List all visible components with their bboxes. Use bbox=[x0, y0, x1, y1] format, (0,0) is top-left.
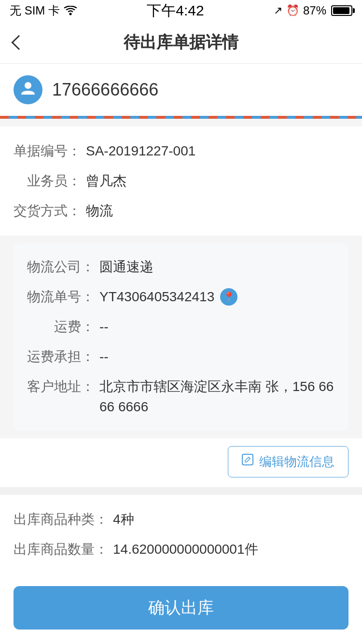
customer-avatar bbox=[14, 75, 42, 104]
svg-rect-2 bbox=[242, 454, 253, 465]
order-number-label: 单据编号： bbox=[14, 141, 81, 161]
order-number-value: SA-20191227-001 bbox=[86, 141, 348, 161]
tracking-number-text: YT4306405342413 bbox=[99, 287, 214, 307]
battery-percent: 87% bbox=[303, 4, 326, 17]
customer-phone: 17666666666 bbox=[52, 80, 158, 100]
battery-icon bbox=[331, 5, 352, 16]
edit-btn-label: 编辑物流信息 bbox=[259, 453, 334, 470]
freight-label: 运费： bbox=[27, 317, 95, 337]
tracking-label: 物流单号： bbox=[27, 287, 95, 307]
status-bar-left: 无 SIM 卡 bbox=[10, 3, 77, 18]
status-bar-time: 下午4:42 bbox=[147, 1, 204, 21]
svg-point-1 bbox=[25, 82, 31, 89]
logistics-company-value: 圆通速递 bbox=[99, 257, 335, 277]
goods-quantity-label: 出库商品数量： bbox=[14, 539, 108, 560]
freight-bearer-row: 运费承担： -- bbox=[27, 347, 335, 367]
delivery-method-value: 物流 bbox=[86, 201, 348, 221]
goods-type-value: 4种 bbox=[113, 509, 348, 530]
goods-type-label: 出库商品种类： bbox=[14, 509, 108, 530]
confirm-outbound-button[interactable]: 确认出库 bbox=[14, 586, 348, 630]
carrier-text: 无 SIM 卡 bbox=[10, 3, 60, 18]
sales-rep-value: 曾凡杰 bbox=[86, 171, 348, 191]
back-arrow-icon bbox=[11, 35, 26, 50]
tracking-location-button[interactable]: 📍 bbox=[220, 288, 237, 306]
map-pin-icon: 📍 bbox=[223, 290, 235, 304]
freight-value: -- bbox=[99, 317, 335, 337]
goods-section: 出库商品种类： 4种 出库商品数量： 14.620000000000001件 bbox=[0, 495, 362, 574]
edit-icon bbox=[242, 454, 254, 470]
customer-header: 17666666666 bbox=[0, 64, 362, 116]
main-content: 17666666666 单据编号： SA-20191227-001 业务员： 曾… bbox=[0, 64, 362, 644]
goods-quantity-value: 14.620000000000001件 bbox=[113, 539, 348, 560]
dashed-divider bbox=[0, 116, 362, 119]
alarm-icon: ⏰ bbox=[286, 4, 299, 17]
sales-rep-row: 业务员： 曾凡杰 bbox=[14, 171, 348, 191]
freight-bearer-value: -- bbox=[99, 347, 335, 367]
svg-point-0 bbox=[70, 13, 72, 15]
delivery-method-row: 交货方式： 物流 bbox=[14, 201, 348, 221]
sales-rep-label: 业务员： bbox=[14, 171, 81, 191]
freight-row: 运费： -- bbox=[27, 317, 335, 337]
goods-type-row: 出库商品种类： 4种 bbox=[14, 509, 348, 530]
logistics-company-row: 物流公司： 圆通速递 bbox=[27, 257, 335, 277]
status-bar: 无 SIM 卡 下午4:42 ↗ ⏰ 87% bbox=[0, 0, 362, 21]
confirm-btn-container: 确认出库 bbox=[0, 576, 362, 644]
status-bar-right: ↗ ⏰ 87% bbox=[274, 4, 352, 17]
address-row: 客户地址： 北京市市辖区海淀区永丰南 张，156 6666 6666 bbox=[27, 377, 335, 417]
page-title: 待出库单据详情 bbox=[124, 31, 238, 54]
logistics-section: 物流公司： 圆通速递 物流单号： YT4306405342413 📍 运费： -… bbox=[14, 243, 348, 431]
nav-bar: 待出库单据详情 bbox=[0, 21, 362, 64]
person-icon bbox=[19, 79, 37, 100]
edit-btn-container: 编辑物流信息 bbox=[0, 438, 362, 487]
location-icon: ↗ bbox=[274, 4, 282, 17]
order-info-section: 单据编号： SA-20191227-001 业务员： 曾凡杰 交货方式： 物流 bbox=[0, 126, 362, 236]
goods-quantity-row: 出库商品数量： 14.620000000000001件 bbox=[14, 539, 348, 560]
address-label: 客户地址： bbox=[27, 377, 95, 397]
delivery-method-label: 交货方式： bbox=[14, 201, 81, 221]
back-button[interactable] bbox=[14, 37, 24, 48]
gray-separator bbox=[0, 487, 362, 495]
order-number-row: 单据编号： SA-20191227-001 bbox=[14, 141, 348, 161]
tracking-number-row: 物流单号： YT4306405342413 📍 bbox=[27, 287, 335, 307]
wifi-icon bbox=[64, 6, 77, 15]
edit-logistics-button[interactable]: 编辑物流信息 bbox=[228, 446, 348, 477]
freight-bearer-label: 运费承担： bbox=[27, 347, 95, 367]
address-value: 北京市市辖区海淀区永丰南 张，156 6666 6666 bbox=[99, 377, 335, 417]
confirm-btn-label: 确认出库 bbox=[148, 597, 214, 619]
tracking-value: YT4306405342413 📍 bbox=[99, 287, 335, 307]
logistics-company-label: 物流公司： bbox=[27, 257, 95, 277]
